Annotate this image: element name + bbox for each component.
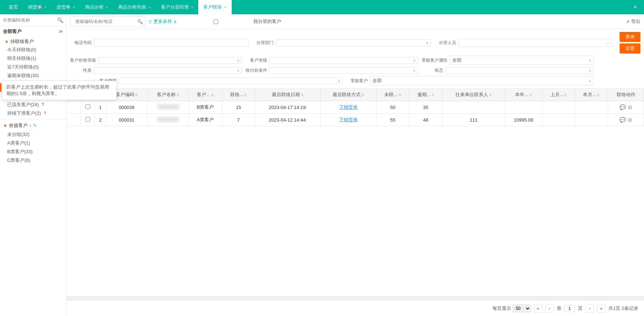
filter-nature-label: 性质 bbox=[70, 67, 92, 74]
per-page-label: 每页显示 bbox=[492, 305, 511, 312]
filter-dept-select[interactable]: ∨ bbox=[276, 39, 431, 46]
td-company-contact-1 bbox=[442, 101, 505, 114]
action-more-2[interactable]: ⊞ bbox=[628, 117, 632, 123]
row-2-checkbox[interactable] bbox=[85, 117, 90, 122]
filter-customer-level-select[interactable]: ∨ bbox=[269, 57, 418, 64]
sidebar-all-customers[interactable]: 全部客户 ≫ bbox=[0, 26, 66, 37]
sidebar-item-tomorrow[interactable]: 明天待联络(1) bbox=[0, 54, 66, 63]
nav-product-analysis-list[interactable]: 商品分析列表 × bbox=[113, 0, 156, 14]
filter-retail-customer-select[interactable]: 全部 ∨ bbox=[370, 76, 594, 85]
filter-customer-type-select[interactable]: ∨ bbox=[119, 77, 343, 84]
sidebar-item-class-b[interactable]: B类客户(33) bbox=[0, 147, 66, 156]
my-customer-checkbox[interactable] bbox=[180, 19, 252, 24]
sidebar-item-class-a[interactable]: A类客户(1) bbox=[0, 139, 66, 147]
nav-customer-contact[interactable]: 客户联络 × bbox=[198, 0, 231, 14]
next-page-btn[interactable]: › bbox=[585, 304, 594, 313]
th-this-year[interactable]: 本年... ⇅ bbox=[505, 89, 542, 101]
sidebar-declining-info[interactable]: ? bbox=[43, 110, 46, 116]
filter-status-chevron: ∨ bbox=[589, 69, 591, 72]
filter-phone: 电话号码 bbox=[70, 39, 249, 47]
last-page-btn[interactable]: » bbox=[597, 304, 606, 313]
export-button[interactable]: ↗ 导出 bbox=[626, 18, 640, 25]
sidebar-group-pending[interactable]: ▼ 待联络客户 bbox=[0, 37, 66, 46]
sort-this-year-icon: ⇅ bbox=[529, 93, 532, 97]
sidebar-item-lost[interactable]: 已流失客户(24) ? bbox=[0, 100, 66, 109]
filter-retail-attr-select[interactable]: 全部 ∨ bbox=[450, 56, 594, 65]
filter-manager-select[interactable]: ··· bbox=[458, 39, 613, 47]
nav-customer-management-close[interactable]: × bbox=[191, 5, 193, 9]
sidebar-search-input[interactable] bbox=[3, 18, 57, 23]
th-contact[interactable]: 联络... ⇅ bbox=[222, 89, 255, 101]
page-size-select[interactable]: 50 20 100 bbox=[513, 305, 531, 312]
th-last-month[interactable]: 上月... ⇅ bbox=[542, 89, 575, 101]
filter-price-level-label: 客户价格等级 bbox=[70, 57, 96, 63]
prev-page-btn[interactable]: ‹ bbox=[545, 304, 554, 313]
sort-overdue-icon: ⇅ bbox=[431, 93, 434, 97]
sidebar-item-7days[interactable]: 近7天待联络(0) bbox=[0, 63, 66, 71]
sidebar-collapse-icon: ≫ bbox=[59, 29, 63, 34]
td-name-2 bbox=[147, 114, 189, 126]
horizontal-scrollbar[interactable] bbox=[66, 296, 644, 300]
sidebar-search-icon[interactable]: 🔍 bbox=[57, 17, 63, 23]
sidebar-group-value[interactable]: ▼ 价值客户 ○ ✎ bbox=[0, 121, 66, 130]
nav-sales-order-close[interactable]: × bbox=[44, 5, 46, 9]
th-last-date[interactable]: 最后联络日期 ⇅ bbox=[255, 89, 321, 101]
td-last-way-2-link[interactable]: 下销货单 bbox=[339, 117, 358, 122]
sidebar-edit-icon[interactable]: ✎ bbox=[33, 123, 37, 128]
action-more-1[interactable]: ⊞ bbox=[628, 104, 632, 110]
nav-purchase-order-close[interactable]: × bbox=[73, 5, 75, 9]
sidebar-circle-icon[interactable]: ○ bbox=[29, 123, 32, 128]
my-customer-checkbox-area: 我分管的客户 bbox=[180, 18, 281, 25]
search-input[interactable] bbox=[73, 18, 137, 25]
tooltip-text: 距客户上次交易时长，超过了此客户的平均交易周期的1.5倍，则视为异常。 bbox=[6, 84, 109, 96]
more-conditions-btn[interactable]: ▽ 更多条件 ∧ bbox=[148, 18, 177, 25]
sidebar-item-overdue[interactable]: 逾期未联络(30) bbox=[0, 71, 66, 80]
toolbar-search-icon[interactable]: 🔍 bbox=[137, 19, 143, 24]
action-chat-1[interactable]: 💬 bbox=[620, 104, 626, 110]
filter-payment-select[interactable]: ∨ bbox=[269, 67, 418, 74]
th-overdue[interactable]: 逾期... ⇅ bbox=[409, 89, 442, 101]
filter-customer-type: 客户类型 ∨ bbox=[95, 77, 343, 84]
settings-button[interactable]: 设置 bbox=[620, 43, 640, 53]
td-last-date-2: 2023-04-12 14:44: bbox=[255, 114, 321, 126]
nav-customer-management[interactable]: 客户分层经营 × bbox=[156, 0, 198, 14]
sidebar-item-ungroup[interactable]: 未分组(32) bbox=[0, 130, 66, 139]
th-company-contact[interactable]: 往来单位联系人 ⇅ bbox=[442, 89, 505, 101]
th-uncontacted[interactable]: 未联... ⇅ bbox=[376, 89, 409, 101]
sidebar-item-today[interactable]: 今天待联络(0) bbox=[0, 46, 66, 54]
nav-purchase-order[interactable]: 进货单 × bbox=[51, 0, 80, 14]
sidebar-lost-info[interactable]: ? bbox=[41, 102, 44, 107]
query-button[interactable]: 查询 bbox=[620, 32, 640, 42]
nav-product-analysis-close[interactable]: × bbox=[106, 5, 108, 9]
filter-manager-label: 分管人员 bbox=[435, 40, 456, 46]
first-page-btn[interactable]: « bbox=[534, 304, 542, 313]
nav-home[interactable]: 首页 bbox=[4, 0, 23, 14]
action-chat-2[interactable]: 💬 bbox=[620, 117, 626, 123]
td-last-way-1-link[interactable]: 下销货单 bbox=[339, 104, 358, 110]
filter-phone-input[interactable] bbox=[94, 39, 249, 47]
nav-sales-order[interactable]: 销货单 × bbox=[23, 0, 51, 14]
td-checkbox-2 bbox=[80, 114, 95, 126]
sort-last-month-icon: ⇅ bbox=[564, 93, 567, 97]
nav-customer-contact-close[interactable]: × bbox=[224, 5, 226, 9]
filter-price-level-select[interactable]: ∨ bbox=[98, 57, 242, 64]
th-this-month[interactable]: 本月... ⇅ bbox=[575, 89, 608, 101]
nav-product-analysis-list-close[interactable]: × bbox=[148, 5, 150, 9]
page-input[interactable] bbox=[564, 305, 575, 312]
td-this-month-2 bbox=[575, 114, 608, 126]
my-customer-label: 我分管的客户 bbox=[253, 18, 281, 25]
th-category[interactable]: 客户... ⇅ bbox=[189, 89, 222, 101]
tooltip-box: 距客户上次交易时长，超过了此客户的平均交易周期的1.5倍，则视为异常。 bbox=[2, 81, 117, 100]
th-last-way[interactable]: 最后联络方式 ⇅ bbox=[321, 89, 376, 101]
filter-nature-select[interactable]: ∨ bbox=[94, 67, 242, 74]
data-table: ⚙ 客户编码 ⇅ bbox=[66, 89, 644, 126]
nav-product-analysis[interactable]: 商品分析 × bbox=[80, 0, 113, 14]
row-1-checkbox[interactable] bbox=[85, 104, 90, 109]
app-close-button[interactable]: × bbox=[630, 4, 640, 10]
sidebar-item-declining[interactable]: 持续下滑客户(2) ? bbox=[0, 109, 66, 118]
sidebar-item-class-c[interactable]: C类客户(6) bbox=[0, 156, 66, 165]
filter-status-select[interactable]: ∨ bbox=[445, 67, 594, 74]
top-navigation: 首页 销货单 × 进货单 × 商品分析 × 商品分析列表 × 客户分层经营 × … bbox=[0, 0, 644, 14]
th-name[interactable]: 客户名称 ⇅ bbox=[147, 89, 189, 101]
filter-payment-label: 收付款条件 bbox=[246, 67, 267, 74]
